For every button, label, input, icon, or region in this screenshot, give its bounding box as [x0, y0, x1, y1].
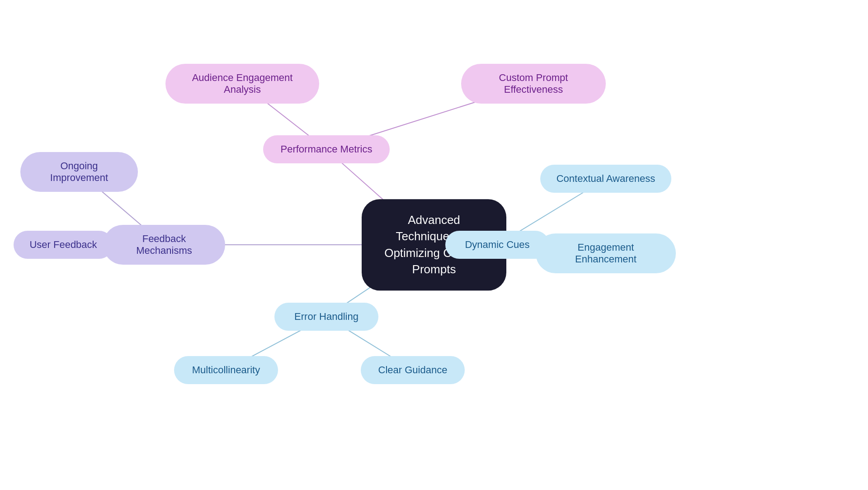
node-ongoing-improvement[interactable]: Ongoing Improvement	[20, 152, 138, 192]
node-custom-prompt-effectiveness[interactable]: Custom Prompt Effectiveness	[461, 64, 606, 104]
node-clear-guidance[interactable]: Clear Guidance	[361, 356, 465, 384]
node-performance-metrics[interactable]: Performance Metrics	[263, 135, 390, 163]
node-dynamic-cues[interactable]: Dynamic Cues	[445, 231, 549, 259]
node-audience-engagement[interactable]: Audience Engagement Analysis	[165, 64, 319, 104]
node-multicollinearity[interactable]: Multicollinearity	[174, 356, 278, 384]
node-user-feedback[interactable]: User Feedback	[14, 231, 113, 259]
node-contextual-awareness[interactable]: Contextual Awareness	[540, 165, 671, 193]
node-engagement-enhancement[interactable]: Engagement Enhancement	[536, 233, 676, 273]
mindmap-container: Advanced Techniques for Optimizing Custo…	[0, 0, 868, 490]
node-feedback-mechanisms[interactable]: Feedback Mechanisms	[103, 225, 225, 265]
node-error-handling[interactable]: Error Handling	[274, 303, 378, 331]
